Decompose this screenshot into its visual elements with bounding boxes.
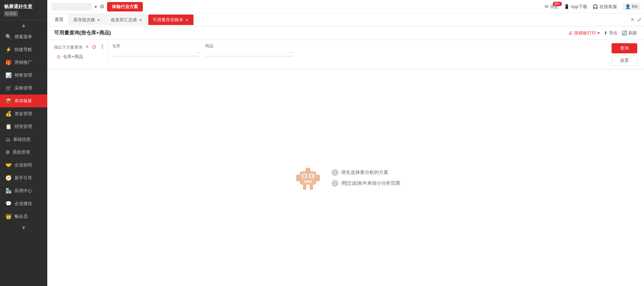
print-btn[interactable]: 🖨 按模板打印 ▾ xyxy=(568,30,600,36)
tab-batch-label: 库存批次账 xyxy=(73,17,95,23)
tab-home[interactable]: 首页 xyxy=(50,15,68,25)
sidebar-item-label: 畅会员 xyxy=(15,213,28,219)
refresh-label: 刷新 xyxy=(628,30,637,36)
search-icon: 🔍 xyxy=(5,34,12,40)
scheme-add-btn[interactable]: ＋ xyxy=(84,43,90,50)
headset-icon: 🎧 xyxy=(593,4,598,9)
sidebar-item-sales[interactable]: 📊 销售管理 xyxy=(0,69,47,82)
filter-settings-btn[interactable]: 设置 xyxy=(612,55,637,66)
sidebar-item-shortcut[interactable]: ⚡ 快捷导航 xyxy=(0,43,47,56)
sidebar-item-member[interactable]: 👑 畅会员 xyxy=(0,210,47,223)
sidebar-item-search[interactable]: 🔍 搜索菜单 xyxy=(0,30,47,43)
warehouse-input[interactable] xyxy=(112,50,196,55)
sidebar-item-inventory[interactable]: 📦 库存核算 xyxy=(0,95,47,107)
sidebar-scroll-down[interactable]: ▼ xyxy=(0,223,47,233)
tab-batch-close[interactable]: × xyxy=(97,18,101,22)
empty-tips: 1 请先选择要分析的方案 2 用[过滤]条件来缩小分析范围 xyxy=(332,169,401,187)
sidebar-item-purchase[interactable]: 🛒 采购管理 xyxy=(0,82,47,95)
tab-available-close[interactable]: × xyxy=(185,18,189,22)
message-btn[interactable]: ✉ 消息 99+ xyxy=(545,4,559,10)
clipboard-icon: 📋 xyxy=(5,124,12,130)
page-header: 可用量查询(按仓库+商品) 🖨 按模板打印 ▾ ⬆ 导出 🔄 刷新 xyxy=(47,26,644,40)
tip-num-1: 1 xyxy=(332,169,338,176)
export-icon: ⬆ xyxy=(604,30,608,35)
sidebar-item-wechat[interactable]: 💬 企业微信 xyxy=(0,197,47,210)
warehouse-field: 仓库 ··· xyxy=(112,43,200,56)
tab-available-label: 可用量库存账本 xyxy=(153,17,183,23)
sidebar-item-label: 搜索菜单 xyxy=(15,34,32,40)
sidebar-item-label: 采购管理 xyxy=(15,85,32,91)
message-icon: ✉ xyxy=(545,4,548,9)
tabbar-expand-btn[interactable]: ⤢ xyxy=(637,17,641,23)
sidebar-item-label: 资金管理 xyxy=(15,111,32,117)
sidebar-item-newbie[interactable]: 🧭 新手引导 xyxy=(0,172,47,184)
tab-summary-close[interactable]: × xyxy=(138,18,143,22)
sidebar-item-finance[interactable]: 💰 资金管理 xyxy=(0,107,47,120)
scheme-item-label: 仓库+商品 xyxy=(63,54,83,60)
lightning-icon: ⚡ xyxy=(5,47,12,53)
tabbar-close-all-btn[interactable]: × xyxy=(630,16,634,23)
handshake-icon: 🤝 xyxy=(5,162,12,168)
company-name: 畅康通好生意 xyxy=(4,3,43,10)
svg-rect-8 xyxy=(310,185,313,190)
mobile-icon: 📱 xyxy=(564,4,569,9)
compass-icon: 🧭 xyxy=(5,175,12,181)
page-header-actions: 🖨 按模板打印 ▾ ⬆ 导出 🔄 刷新 xyxy=(568,30,637,36)
topbar: ▾ ⚙ 体验行业方案 ✉ 消息 99+ 📱 App下载 🎧 在线客服 👤 Rit xyxy=(47,0,644,14)
warehouse-input-wrapper: ··· xyxy=(112,50,200,56)
query-btn[interactable]: 查询 xyxy=(612,43,637,53)
scheme-settings-btn[interactable]: ⊙ xyxy=(92,44,96,50)
user-menu-btn[interactable]: 👤 Rit xyxy=(622,3,640,10)
sidebar-item-basic[interactable]: 🗂 基础信息 xyxy=(0,133,47,146)
service-btn[interactable]: 🎧 在线客服 xyxy=(593,4,617,10)
scheme-item-warehouse[interactable]: ⊙ 仓库+商品 xyxy=(54,52,104,61)
goods-input-wrapper: ··· xyxy=(205,50,293,56)
sidebar-item-marketing[interactable]: 🎁 营销推广 xyxy=(0,56,47,69)
export-label: 导出 xyxy=(609,30,618,36)
refresh-btn[interactable]: 🔄 刷新 xyxy=(622,30,637,36)
sidebar-item-label: 营销推广 xyxy=(15,59,32,66)
sidebar-item-label: 企业协同 xyxy=(15,162,32,168)
page-title: 可用量查询(按仓库+商品) xyxy=(54,30,111,36)
refresh-icon: 🔄 xyxy=(622,30,627,35)
sidebar-logo: 畅康通好生意 标准版 xyxy=(0,0,47,20)
sidebar-item-operations[interactable]: 📋 经营管理 xyxy=(0,120,47,133)
goods-more-btn[interactable]: ··· xyxy=(289,50,293,55)
sidebar-item-appstore[interactable]: 🏪 应用中心 xyxy=(0,184,47,197)
sidebar: 畅康通好生意 标准版 ▲ 🔍 搜索菜单 ⚡ 快捷导航 🎁 营销推广 📊 销售管理… xyxy=(0,0,47,286)
empty-state: 1 请先选择要分析的方案 2 用[过滤]条件来缩小分析范围 xyxy=(47,70,644,286)
page-content: 可用量查询(按仓库+商品) 🖨 按模板打印 ▾ ⬆ 导出 🔄 刷新 xyxy=(47,26,644,286)
user-icon: 👤 xyxy=(625,4,630,9)
scheme-collapse-btn[interactable]: 《 xyxy=(98,43,104,50)
empty-tip-2: 2 用[过滤]条件来缩小分析范围 xyxy=(332,180,401,187)
filter-scheme-header: 按以下方案查询 ＋ ⊙ 《 xyxy=(54,43,104,50)
money-icon: 💰 xyxy=(5,111,12,117)
scheme-active-icon: ⊙ xyxy=(57,54,61,59)
goods-input[interactable] xyxy=(205,50,289,55)
tab-available[interactable]: 可用量库存账本 × xyxy=(148,15,193,25)
search-input[interactable] xyxy=(51,3,92,10)
sidebar-item-label: 经营管理 xyxy=(15,124,32,130)
sidebar-item-enterprise[interactable]: 🤝 企业协同 xyxy=(0,159,47,172)
service-label: 在线客服 xyxy=(599,4,617,10)
sidebar-item-system[interactable]: ⚙ 系统管理 xyxy=(0,146,47,159)
topbar-gear-btn[interactable]: ⚙ xyxy=(100,3,104,10)
dropdown-btn[interactable]: ▾ xyxy=(95,4,97,9)
tip-num-2: 2 xyxy=(332,180,338,187)
tabbar-right: × ⤢ xyxy=(630,16,641,23)
tab-summary[interactable]: 收发存汇总表 × xyxy=(106,15,147,25)
svg-rect-6 xyxy=(316,175,320,181)
trial-btn[interactable]: 体验行业方案 xyxy=(107,2,143,11)
warehouse-more-btn[interactable]: ··· xyxy=(196,50,200,55)
sidebar-scroll-up[interactable]: ▲ xyxy=(0,20,47,30)
tip-text-2: 用[过滤]条件来缩小分析范围 xyxy=(341,180,401,186)
export-btn[interactable]: ⬆ 导出 xyxy=(604,30,618,36)
cart-icon: 🛒 xyxy=(5,85,12,91)
print-label: 按模板打印 xyxy=(574,30,596,36)
empty-tip-1: 1 请先选择要分析的方案 xyxy=(332,169,401,176)
user-label: Rit xyxy=(632,4,637,9)
svg-rect-7 xyxy=(303,185,306,190)
app-download-btn[interactable]: 📱 App下载 xyxy=(564,4,587,10)
tab-batch[interactable]: 库存批次账 × xyxy=(69,15,105,25)
print-dropdown-icon: ▾ xyxy=(597,30,600,35)
